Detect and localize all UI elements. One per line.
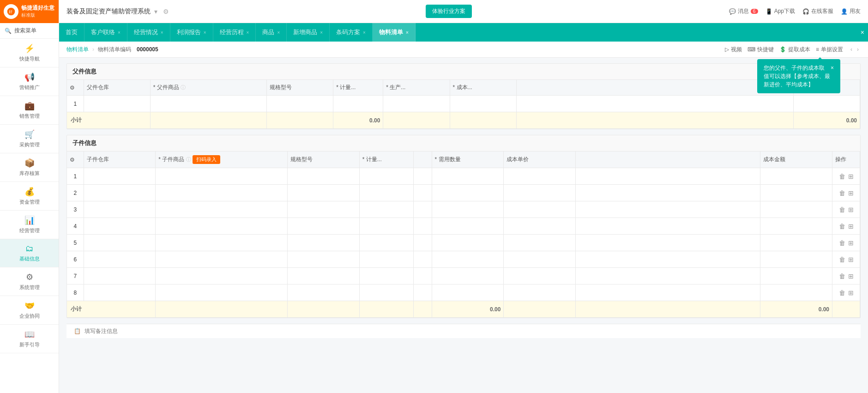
tab-goods[interactable]: 商品 × [256,23,287,42]
settings-btn[interactable]: ≡ 单据设置 [816,46,843,54]
child-row5-warehouse[interactable] [84,235,156,251]
child-row3-product[interactable] [156,201,288,218]
tab-profit-close[interactable]: × [204,30,206,35]
copy-icon-row4[interactable]: ⊞ [848,223,854,230]
child-row8-price[interactable] [504,284,576,301]
tab-home[interactable]: 首页 [59,23,84,42]
sidebar-item-inventory[interactable]: 📦 库存核算 [0,153,59,182]
child-row6-price[interactable] [504,251,576,268]
child-row1-warehouse[interactable] [84,168,156,185]
child-row2-price[interactable] [504,185,576,201]
delete-icon-row1[interactable]: 🗑 [839,173,845,180]
child-row8-spec[interactable] [287,284,359,301]
tab-bom-close[interactable]: × [406,30,409,35]
child-row3-spec[interactable] [287,201,359,218]
note-input[interactable] [84,328,853,334]
dropdown-icon[interactable]: ▾ [154,8,157,15]
child-row8-qty[interactable] [432,284,504,301]
nav-prev-btn[interactable]: ‹ [849,45,854,54]
copy-icon-row5[interactable]: ⊞ [848,239,854,247]
copy-icon-row1[interactable]: ⊞ [848,173,854,180]
child-row7-unit[interactable] [359,268,413,284]
sidebar-item-operations[interactable]: 📊 经营管理 [0,211,59,239]
child-row2-warehouse[interactable] [84,185,156,201]
scan-btn[interactable]: 扫码录入 [193,155,220,164]
child-row5-price[interactable] [504,235,576,251]
online-service-btn[interactable]: 🎧 在线客服 [802,7,833,15]
tab-goods-close[interactable]: × [277,30,280,35]
delete-icon-row2[interactable]: 🗑 [839,189,845,197]
tooltip-close-btn[interactable]: × [831,64,834,72]
delete-icon-row4[interactable]: 🗑 [839,223,845,230]
child-row6-unit[interactable] [359,251,413,268]
gear-btn[interactable]: ⚙ [163,8,169,15]
trial-button[interactable]: 体验行业方案 [426,5,472,18]
copy-icon-row7[interactable]: ⊞ [848,272,854,280]
parent-th-gear[interactable]: ⚙ [67,80,84,96]
shortcut-btn[interactable]: ⌨ 快捷键 [747,46,774,54]
delete-icon-row7[interactable]: 🗑 [839,272,845,280]
child-row4-unit[interactable] [359,218,413,235]
tab-operations-close[interactable]: × [161,30,163,35]
child-row1-unit[interactable] [359,168,413,185]
sidebar-search-btn[interactable]: 🔍 搜索菜单 [0,23,59,39]
close-all-icon[interactable]: × [861,29,864,36]
tab-customer[interactable]: 客户联络 × [84,23,127,42]
delete-icon-row3[interactable]: 🗑 [839,206,845,213]
sidebar-item-shortcut[interactable]: ⚡ 快捷导航 [0,39,59,67]
tab-customer-close[interactable]: × [118,30,121,35]
child-row4-warehouse[interactable] [84,218,156,235]
child-row7-warehouse[interactable] [84,268,156,284]
sidebar-item-finance[interactable]: 💰 资金管理 [0,182,59,211]
app-download-btn[interactable]: 📱 App下载 [766,7,795,15]
child-row6-warehouse[interactable] [84,251,156,268]
child-row4-price[interactable] [504,218,576,235]
child-row3-qty[interactable] [432,201,504,218]
child-row4-product[interactable] [156,218,288,235]
child-row3-warehouse[interactable] [84,201,156,218]
child-row4-qty[interactable] [432,218,504,235]
tab-operations[interactable]: 经营情况 × [127,23,170,42]
child-row6-spec[interactable] [287,251,359,268]
child-row5-spec[interactable] [287,235,359,251]
sidebar-item-base-info[interactable]: 🗂 基础信息 [0,239,59,267]
child-row1-price[interactable] [504,168,576,185]
delete-icon-row5[interactable]: 🗑 [839,239,845,247]
nav-next-btn[interactable]: › [855,45,861,54]
child-row7-price[interactable] [504,268,576,284]
child-row5-qty[interactable] [432,235,504,251]
tab-new-goods-close[interactable]: × [320,30,323,35]
sidebar-item-sales[interactable]: 💼 销售管理 [0,96,59,125]
cost-btn[interactable]: 💲 提取成本 [779,46,810,54]
child-row8-warehouse[interactable] [84,284,156,301]
child-row2-qty[interactable] [432,185,504,201]
breadcrumb-bom[interactable]: 物料清单 [66,46,89,54]
tab-bom[interactable]: 物料清单 × [373,23,416,42]
child-row2-unit[interactable] [359,185,413,201]
child-row3-unit[interactable] [359,201,413,218]
tab-new-goods[interactable]: 新增商品 × [287,23,330,42]
tab-profit[interactable]: 利润报告 × [170,23,213,42]
parent-row1-product[interactable] [150,96,266,112]
child-row7-product[interactable] [156,268,288,284]
child-row3-price[interactable] [504,201,576,218]
child-row5-unit[interactable] [359,235,413,251]
parent-row1-spec[interactable] [267,96,333,112]
sidebar-item-enterprise[interactable]: 🤝 企业协同 [0,296,59,325]
child-row1-spec[interactable] [287,168,359,185]
child-row7-spec[interactable] [287,268,359,284]
child-th-gear[interactable]: ⚙ [67,151,84,168]
copy-icon-row8[interactable]: ⊞ [848,289,854,296]
child-row4-spec[interactable] [287,218,359,235]
message-btn[interactable]: 💬 消息 6 [729,7,758,15]
tab-barcode[interactable]: 条码方案 × [330,23,373,42]
child-row6-product[interactable] [156,251,288,268]
copy-icon-row3[interactable]: ⊞ [848,206,854,213]
sidebar-item-system[interactable]: ⚙ 系统管理 [0,267,59,296]
sidebar-item-marketing[interactable]: 📢 营销推广 [0,67,59,96]
sidebar-item-guide[interactable]: 📖 新手引导 [0,325,59,353]
copy-icon-row6[interactable]: ⊞ [848,256,854,263]
copy-icon-row2[interactable]: ⊞ [848,189,854,197]
parent-row1-produce[interactable] [383,96,450,112]
sidebar-item-purchase[interactable]: 🛒 采购管理 [0,125,59,153]
